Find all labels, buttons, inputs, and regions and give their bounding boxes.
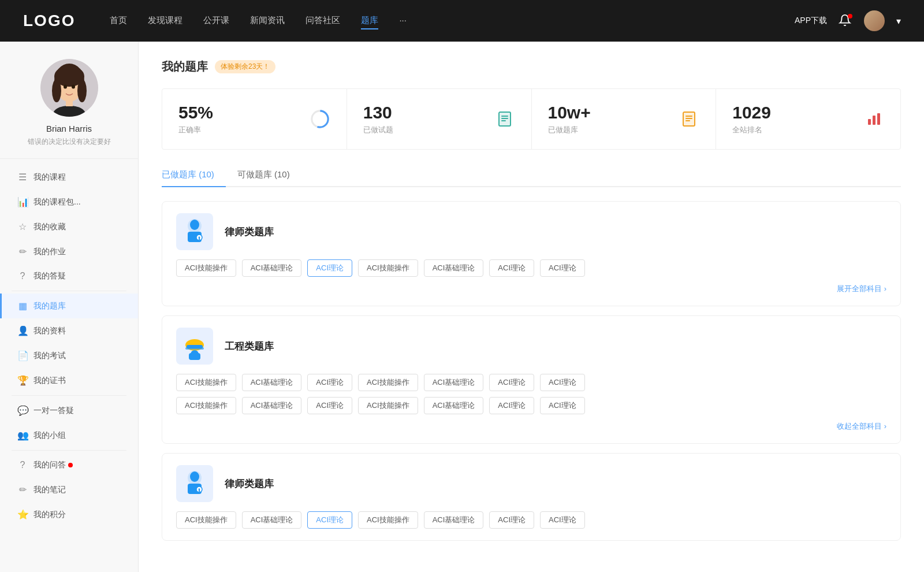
bank-tag-1-0-0[interactable]: ACI技能操作 [176, 374, 236, 391]
menu-item-label: 我的课程 [33, 172, 66, 183]
bank-tag-1-1-6[interactable]: ACI理论 [540, 397, 585, 414]
menu-item-label: 我的问答 [33, 460, 66, 470]
nav-item-公开课[interactable]: 公开课 [203, 13, 229, 29]
sidebar-item-我的资料[interactable]: 👤我的资料 [0, 318, 138, 343]
stat-icon-0 [310, 109, 330, 129]
menu-item-label: 我的课程包... [33, 197, 81, 207]
bank-footer-0[interactable]: 展开全部科目 › [176, 284, 886, 294]
sidebar-item-我的作业[interactable]: ✏我的作业 [0, 239, 138, 264]
svg-point-6 [64, 85, 67, 89]
bank-tag-0-0-1[interactable]: ACI基础理论 [242, 259, 302, 277]
sidebar-item-我的课程包...[interactable]: 📊我的课程包... [0, 190, 138, 214]
sidebar-item-我的课程[interactable]: ☰我的课程 [0, 165, 138, 190]
svg-rect-32 [185, 347, 204, 350]
nav-item-问答社区[interactable]: 问答社区 [305, 13, 340, 29]
bank-tag-row-0-0: ACI技能操作ACI基础理论ACI理论ACI技能操作ACI基础理论ACI理论AC… [176, 259, 886, 277]
sidebar-item-我的小组[interactable]: 👥我的小组 [0, 423, 138, 448]
menu-divider [12, 395, 126, 396]
stat-icon-1 [494, 109, 515, 129]
bank-footer-1[interactable]: 收起全部科目 › [176, 421, 886, 432]
nav-item-首页[interactable]: 首页 [110, 13, 127, 29]
menu-item-icon: ✏ [17, 246, 28, 257]
svg-rect-19 [685, 116, 692, 117]
page-wrapper: Brian Harris 错误的决定比没有决定要好 ☰我的课程📊我的课程包...… [0, 42, 924, 572]
stat-text: 1029 全站排名 [732, 103, 856, 135]
bank-tag-0-0-2[interactable]: ACI理论 [307, 259, 352, 277]
bank-tag-1-0-5[interactable]: ACI理论 [489, 374, 534, 391]
menu-item-label: 一对一答疑 [33, 406, 74, 416]
bank-tag-2-0-4[interactable]: ACI基础理论 [424, 511, 484, 529]
bank-tag-1-0-2[interactable]: ACI理论 [307, 374, 352, 391]
sidebar-item-我的问答[interactable]: ?我的问答 [0, 453, 138, 477]
menu-item-icon: 👥 [17, 430, 28, 441]
menu-item-label: 我的考试 [33, 351, 66, 361]
sidebar-item-一对一答疑[interactable]: 💬一对一答疑 [0, 398, 138, 423]
nav-item-题库[interactable]: 题库 [361, 13, 378, 29]
svg-rect-15 [501, 118, 508, 119]
bank-tag-1-0-6[interactable]: ACI理论 [540, 374, 585, 391]
stat-item-3: 1029 全站排名 [716, 89, 900, 149]
tab-0[interactable]: 已做题库 (10) [162, 164, 226, 187]
bank-tags-rows-0: ACI技能操作ACI基础理论ACI理论ACI技能操作ACI基础理论ACI理论AC… [176, 259, 886, 277]
nav-item-新闻资讯[interactable]: 新闻资讯 [250, 13, 285, 29]
nav-item-···[interactable]: ··· [399, 13, 407, 29]
bank-tag-0-0-5[interactable]: ACI理论 [489, 259, 534, 277]
menu-item-icon: ☰ [17, 172, 28, 183]
bank-tag-2-0-5[interactable]: ACI理论 [489, 511, 534, 529]
page-header: 我的题库 体验剩余23天！ [162, 59, 901, 75]
bank-title-0: 律师类题库 [225, 225, 274, 239]
stat-text: 10w+ 已做题库 [548, 103, 672, 135]
bank-tag-1-0-4[interactable]: ACI基础理论 [424, 374, 484, 391]
user-menu-chevron[interactable]: ▾ [896, 16, 901, 27]
bank-tag-1-1-3[interactable]: ACI技能操作 [358, 397, 418, 414]
sidebar-item-我的收藏[interactable]: ☆我的收藏 [0, 214, 138, 239]
stat-value: 55% [178, 103, 303, 122]
sidebar-item-我的积分[interactable]: ⭐我的积分 [0, 502, 138, 527]
bank-tag-2-0-0[interactable]: ACI技能操作 [176, 511, 236, 529]
menu-item-icon: 💬 [17, 405, 28, 416]
bank-tag-row-1-1: ACI技能操作ACI基础理论ACI理论ACI技能操作ACI基础理论ACI理论AC… [176, 397, 886, 414]
sidebar-item-我的答疑[interactable]: ?我的答疑 [0, 264, 138, 288]
bank-tag-1-1-5[interactable]: ACI理论 [489, 397, 534, 414]
bank-tag-1-1-0[interactable]: ACI技能操作 [176, 397, 236, 414]
sidebar-item-我的题库[interactable]: ▦我的题库 [0, 294, 138, 318]
svg-point-5 [77, 79, 87, 102]
logo[interactable]: LOGO [23, 12, 75, 30]
tab-1[interactable]: 可做题库 (10) [237, 164, 301, 187]
bank-cards-container: 律师类题库 ACI技能操作ACI基础理论ACI理论ACI技能操作ACI基础理论A… [162, 201, 901, 541]
bank-tag-0-0-3[interactable]: ACI技能操作 [358, 259, 418, 277]
bank-tag-2-0-1[interactable]: ACI基础理论 [242, 511, 302, 529]
svg-point-7 [72, 85, 75, 89]
bank-tag-1-0-1[interactable]: ACI基础理论 [242, 374, 302, 391]
svg-rect-14 [501, 116, 508, 117]
sidebar-item-我的证书[interactable]: 🏆我的证书 [0, 368, 138, 393]
bank-tag-2-0-2[interactable]: ACI理论 [307, 511, 352, 529]
bank-tag-1-1-1[interactable]: ACI基础理论 [242, 397, 302, 414]
stat-label: 正确率 [178, 125, 303, 135]
bank-tag-2-0-3[interactable]: ACI技能操作 [358, 511, 418, 529]
bank-tag-0-0-4[interactable]: ACI基础理论 [424, 259, 484, 277]
sidebar-item-我的笔记[interactable]: ✏我的笔记 [0, 477, 138, 502]
stat-value: 130 [363, 103, 487, 122]
nav-item-发现课程[interactable]: 发现课程 [148, 13, 182, 29]
notification-bell[interactable] [839, 14, 852, 28]
profile-section: Brian Harris 错误的决定比没有决定要好 [0, 42, 138, 159]
menu-item-icon: ☆ [17, 221, 28, 232]
navbar: LOGO 首页发现课程公开课新闻资讯问答社区题库··· APP下载 ▾ [0, 0, 924, 42]
stat-value: 10w+ [548, 103, 672, 122]
bank-tag-1-1-4[interactable]: ACI基础理论 [424, 397, 484, 414]
menu-divider [12, 450, 126, 451]
bank-tag-1-1-2[interactable]: ACI理论 [307, 397, 352, 414]
bank-tag-0-0-0[interactable]: ACI技能操作 [176, 259, 236, 277]
svg-point-11 [312, 111, 328, 127]
sidebar-item-我的考试[interactable]: 📄我的考试 [0, 343, 138, 368]
tabs-row: 已做题库 (10)可做题库 (10) [162, 164, 901, 187]
bank-tag-1-0-3[interactable]: ACI技能操作 [358, 374, 418, 391]
user-avatar[interactable] [864, 10, 885, 31]
bank-tag-2-0-6[interactable]: ACI理论 [540, 511, 585, 529]
nav-links: 首页发现课程公开课新闻资讯问答社区题库··· [110, 13, 795, 29]
menu-item-icon: ✏ [17, 484, 28, 495]
app-download-link[interactable]: APP下载 [795, 16, 827, 26]
profile-motto: 错误的决定比没有决定要好 [28, 137, 111, 147]
bank-tag-0-0-6[interactable]: ACI理论 [540, 259, 585, 277]
